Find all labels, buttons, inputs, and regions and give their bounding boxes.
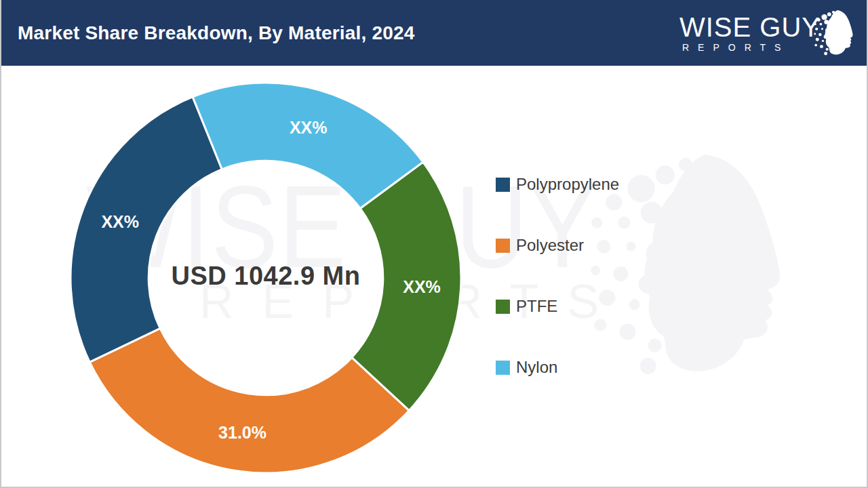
legend-label: Polypropylene: [516, 175, 619, 194]
slice-polypropylene: [71, 97, 222, 362]
legend-label: PTFE: [516, 297, 557, 316]
legend-swatch-polyester: [496, 239, 510, 253]
legend-item-polyester: Polyester: [496, 235, 619, 256]
legend-swatch-ptfe: [496, 300, 510, 314]
chart-legend: Polypropylene Polyester PTFE Nylon: [496, 174, 619, 378]
legend-swatch-polypropylene: [496, 178, 510, 192]
legend-label: Polyester: [516, 236, 584, 255]
slice-label-polyester: 31.0%: [218, 423, 267, 442]
legend-item-polypropylene: Polypropylene: [496, 174, 619, 195]
header-bar: Market Share Breakdown, By Material, 202…: [1, 0, 867, 66]
chart-center-value: USD 1042.9 Mn: [96, 262, 435, 291]
chart-area: WISE GUY REPORTS XX%31.0%XX%XX% USD 1042…: [1, 66, 868, 487]
legend-swatch-nylon: [496, 361, 510, 375]
slice-label-polypropylene: XX%: [101, 212, 139, 231]
legend-item-nylon: Nylon: [496, 357, 619, 378]
logo-text: WISE GUY REPORTS: [679, 13, 821, 53]
page: Market Share Breakdown, By Material, 202…: [0, 0, 868, 488]
slice-label-nylon: XX%: [290, 118, 328, 137]
legend-label: Nylon: [516, 358, 557, 377]
logo-name: WISE GUY: [679, 13, 821, 41]
page-title: Market Share Breakdown, By Material, 202…: [18, 22, 415, 44]
logo-subtitle: REPORTS: [679, 42, 789, 53]
legend-item-ptfe: PTFE: [496, 296, 619, 317]
head-profile-icon: [812, 9, 854, 58]
wise-guy-logo: WISE GUY REPORTS: [679, 9, 854, 58]
